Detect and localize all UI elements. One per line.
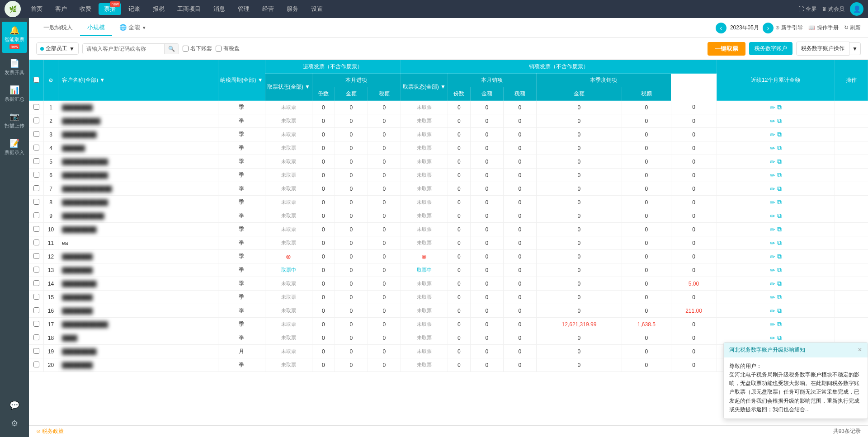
nav-home[interactable]: 首页: [25, 3, 48, 15]
nav-tax[interactable]: 报税: [147, 3, 170, 15]
row-checkbox[interactable]: [33, 240, 39, 245]
edit-icon[interactable]: ✏: [770, 267, 775, 274]
checkbox-subledger-input[interactable]: [183, 46, 189, 52]
edit-icon[interactable]: ✏: [770, 226, 775, 233]
nav-bookkeeping[interactable]: 记账: [123, 3, 146, 15]
row-checkbox[interactable]: [33, 117, 39, 123]
row-checkbox[interactable]: [33, 145, 39, 150]
edit-icon[interactable]: ✏: [770, 240, 775, 247]
nav-message[interactable]: 消息: [208, 3, 231, 15]
row-checkbox[interactable]: [33, 321, 39, 327]
digital-action-arrow[interactable]: ▼: [849, 42, 861, 55]
row-checkbox[interactable]: [33, 185, 39, 191]
copy-icon[interactable]: ⧉: [777, 280, 782, 287]
sidebar-item-summary[interactable]: 📊 票据汇总: [2, 81, 27, 106]
tab-all[interactable]: 🌐全能 ▼: [112, 20, 154, 36]
row-checkbox[interactable]: [33, 199, 39, 205]
checkbox-taxdisk[interactable]: 有税盘: [216, 45, 240, 52]
sidebar-settings-btn[interactable]: ⚙: [6, 415, 23, 432]
edit-icon[interactable]: ✏: [770, 185, 775, 193]
copy-icon[interactable]: ⧉: [777, 131, 782, 138]
sidebar-item-entry[interactable]: 📝 票据录入: [2, 135, 27, 160]
edit-icon[interactable]: ✏: [770, 212, 775, 220]
tax-policy[interactable]: ⊙ 税务政策: [36, 428, 64, 435]
edit-icon[interactable]: ✏: [770, 199, 775, 206]
copy-icon[interactable]: ⧉: [777, 198, 782, 206]
copy-icon[interactable]: ⧉: [777, 171, 782, 179]
fullscreen-btn[interactable]: ⛶ 全屏: [798, 5, 816, 13]
refresh-btn[interactable]: ↻ 刷新: [844, 24, 861, 32]
edit-icon[interactable]: ✏: [770, 294, 775, 301]
copy-icon[interactable]: ⧉: [777, 293, 782, 301]
copy-icon[interactable]: ⧉: [777, 212, 782, 220]
edit-icon[interactable]: ✏: [770, 280, 775, 287]
edit-icon[interactable]: ✏: [770, 253, 775, 260]
sidebar-message-btn[interactable]: 💬: [6, 397, 23, 414]
edit-icon[interactable]: ✏: [770, 307, 775, 315]
checkbox-taxdisk-input[interactable]: [216, 46, 222, 52]
row-checkbox[interactable]: [33, 267, 39, 273]
copy-icon[interactable]: ⧉: [777, 185, 782, 193]
row-checkbox[interactable]: [33, 104, 39, 110]
nav-fee[interactable]: 收费: [74, 3, 97, 15]
copy-icon[interactable]: ⧉: [777, 253, 782, 260]
digital-account-btn[interactable]: 税务数字账户: [749, 42, 793, 55]
row-checkbox[interactable]: [33, 280, 39, 286]
nav-manage[interactable]: 管理: [232, 3, 255, 15]
sidebar-item-openinvoice[interactable]: 📄 发票开具: [2, 55, 27, 80]
row-checkbox[interactable]: [33, 334, 39, 340]
manual-btn[interactable]: 📖 操作手册: [808, 24, 838, 32]
edit-icon[interactable]: ✏: [770, 172, 775, 179]
copy-icon[interactable]: ⧉: [777, 334, 782, 342]
edit-icon[interactable]: ✏: [770, 117, 775, 125]
row-checkbox[interactable]: [33, 158, 39, 164]
nav-invoice[interactable]: 票据new: [99, 3, 121, 15]
row-checkbox[interactable]: [33, 307, 39, 313]
sidebar-item-scan[interactable]: 📷 扫描上传: [2, 108, 27, 133]
edit-icon[interactable]: ✏: [770, 145, 775, 152]
nav-client[interactable]: 客户: [50, 3, 72, 15]
vip-btn[interactable]: ♛ 购会员: [822, 5, 844, 13]
row-checkbox[interactable]: [33, 212, 39, 218]
copy-icon[interactable]: ⧉: [777, 307, 782, 315]
copy-icon[interactable]: ⧉: [777, 226, 782, 233]
guide-btn[interactable]: ⊙ 新手引导: [775, 24, 803, 32]
copy-icon[interactable]: ⧉: [777, 239, 782, 247]
copy-icon[interactable]: ⧉: [777, 266, 782, 274]
edit-icon[interactable]: ✏: [770, 131, 775, 138]
nav-settings[interactable]: 设置: [306, 3, 328, 15]
search-input[interactable]: [83, 44, 164, 54]
edit-icon[interactable]: ✏: [770, 104, 775, 111]
edit-icon[interactable]: ✏: [770, 321, 775, 328]
row-checkbox[interactable]: [33, 348, 39, 354]
period-next-btn[interactable]: ›: [763, 23, 774, 33]
sidebar-item-smartticket[interactable]: 🔔 智能取票 new: [2, 22, 27, 53]
copy-icon[interactable]: ⧉: [777, 144, 782, 152]
edit-icon[interactable]: ✏: [770, 334, 775, 342]
copy-icon[interactable]: ⧉: [777, 117, 782, 125]
notification-close-btn[interactable]: ✕: [858, 347, 862, 353]
tab-small-scale[interactable]: 小规模: [80, 20, 112, 36]
copy-icon[interactable]: ⧉: [777, 320, 782, 328]
row-checkbox[interactable]: [33, 362, 39, 367]
search-btn[interactable]: 🔍: [164, 44, 179, 54]
nav-commerce[interactable]: 工商项目: [172, 3, 206, 15]
nav-operation[interactable]: 经营: [257, 3, 279, 15]
row-checkbox[interactable]: [33, 294, 39, 300]
tab-general-taxpayer[interactable]: 一般纳税人: [36, 20, 80, 36]
select-all-checkbox[interactable]: [33, 77, 39, 83]
row-checkbox[interactable]: [33, 172, 39, 178]
digital-action-btn[interactable]: 税务数字账户操作: [796, 42, 849, 56]
copy-icon[interactable]: ⧉: [777, 158, 782, 165]
checkbox-subledger[interactable]: 名下账套: [183, 45, 212, 52]
edit-icon[interactable]: ✏: [770, 158, 775, 165]
user-avatar[interactable]: 👤: [850, 2, 863, 16]
period-prev-btn[interactable]: ‹: [716, 23, 726, 33]
copy-icon[interactable]: ⧉: [777, 103, 782, 111]
row-checkbox[interactable]: [33, 253, 39, 259]
nav-service[interactable]: 服务: [281, 3, 304, 15]
yijian-btn[interactable]: 一键取票: [708, 42, 745, 56]
row-checkbox[interactable]: [33, 131, 39, 137]
employee-select[interactable]: 全部员工 ▼: [36, 42, 79, 55]
row-checkbox[interactable]: [33, 226, 39, 232]
